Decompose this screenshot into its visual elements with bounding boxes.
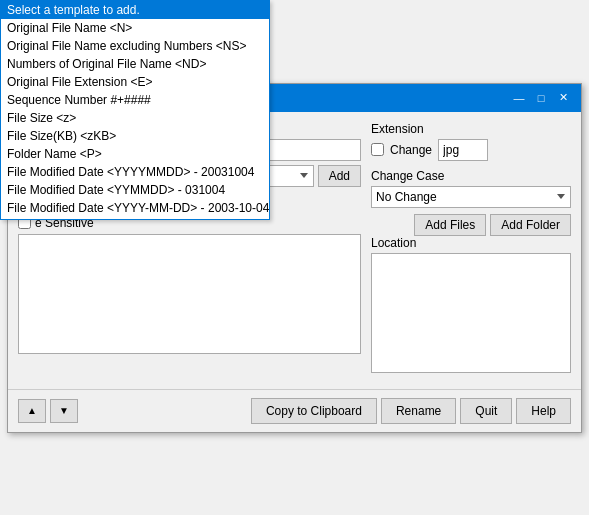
location-label: Location bbox=[371, 236, 571, 250]
dropdown-item-1[interactable]: Original File Name <N> bbox=[1, 19, 269, 37]
add-files-button[interactable]: Add Files bbox=[414, 214, 486, 236]
change-case-select[interactable]: No Change UPPERCASE lowercase Title Case bbox=[371, 186, 571, 208]
dropdown-item-2[interactable]: Original File Name excluding Numbers <NS… bbox=[1, 37, 269, 55]
dropdown-item-7[interactable]: File Size(KB) <zKB> bbox=[1, 127, 269, 145]
ext-label: Extension bbox=[371, 122, 571, 136]
down-arrow-button[interactable]: ▼ bbox=[50, 399, 78, 423]
main-area: e Sensitive Add Files Add Folder Locatio… bbox=[18, 214, 571, 373]
rename-button[interactable]: Rename bbox=[381, 398, 456, 424]
change-case-label: Change Case bbox=[371, 169, 571, 183]
dropdown-item-11[interactable]: File Modified Date <YYYY-MM-DD> - 2003-1… bbox=[1, 199, 269, 217]
add-button[interactable]: Add bbox=[318, 165, 361, 187]
minimize-button[interactable]: — bbox=[509, 89, 529, 107]
right-col: Add Files Add Folder Location bbox=[371, 214, 571, 373]
ext-checkbox-row: Change bbox=[371, 139, 571, 161]
dropdown-item-0[interactable]: Select a template to add. bbox=[1, 1, 269, 19]
dropdown-item-8[interactable]: Folder Name <P> bbox=[1, 145, 269, 163]
file-list-area[interactable] bbox=[18, 234, 361, 354]
maximize-button[interactable]: □ bbox=[531, 89, 551, 107]
dropdown-item-5[interactable]: Sequence Number #+#### bbox=[1, 91, 269, 109]
main-window: F FocusOn Renamer 1.4 — □ ✕ Name Select … bbox=[7, 83, 582, 433]
dropdown-item-12[interactable]: File Modified Date <YY-MM-DD> - 03-10-04 bbox=[1, 217, 269, 220]
location-area bbox=[371, 253, 571, 373]
change-checkbox[interactable] bbox=[371, 143, 384, 156]
dropdown-item-3[interactable]: Numbers of Original File Name <ND> bbox=[1, 55, 269, 73]
dropdown-item-9[interactable]: File Modified Date <YYYYMMDD> - 20031004 bbox=[1, 163, 269, 181]
close-button[interactable]: ✕ bbox=[553, 89, 573, 107]
change-label: Change bbox=[390, 143, 432, 157]
dropdown-item-4[interactable]: Original File Extension <E> bbox=[1, 73, 269, 91]
top-section: Name Select a template to add.Original F… bbox=[18, 122, 571, 208]
help-button[interactable]: Help bbox=[516, 398, 571, 424]
dropdown-item-10[interactable]: File Modified Date <YYMMDD> - 031004 bbox=[1, 181, 269, 199]
quit-button[interactable]: Quit bbox=[460, 398, 512, 424]
ext-input[interactable] bbox=[438, 139, 488, 161]
up-arrow-button[interactable]: ▲ bbox=[18, 399, 46, 423]
name-section: Name Select a template to add.Original F… bbox=[18, 122, 361, 208]
dropdown-item-6[interactable]: File Size <z> bbox=[1, 109, 269, 127]
dropdown-list: Select a template to add.Original File N… bbox=[0, 0, 270, 220]
content-area: Name Select a template to add.Original F… bbox=[8, 112, 581, 389]
ext-section: Extension Change Change Case No Change U… bbox=[371, 122, 571, 208]
files-col: e Sensitive bbox=[18, 214, 361, 373]
bottom-bar: ▲ ▼ Copy to Clipboard Rename Quit Help bbox=[8, 389, 581, 432]
title-controls: — □ ✕ bbox=[509, 89, 573, 107]
copy-to-clipboard-button[interactable]: Copy to Clipboard bbox=[251, 398, 377, 424]
add-folder-button[interactable]: Add Folder bbox=[490, 214, 571, 236]
add-files-row: Add Files Add Folder bbox=[371, 214, 571, 236]
